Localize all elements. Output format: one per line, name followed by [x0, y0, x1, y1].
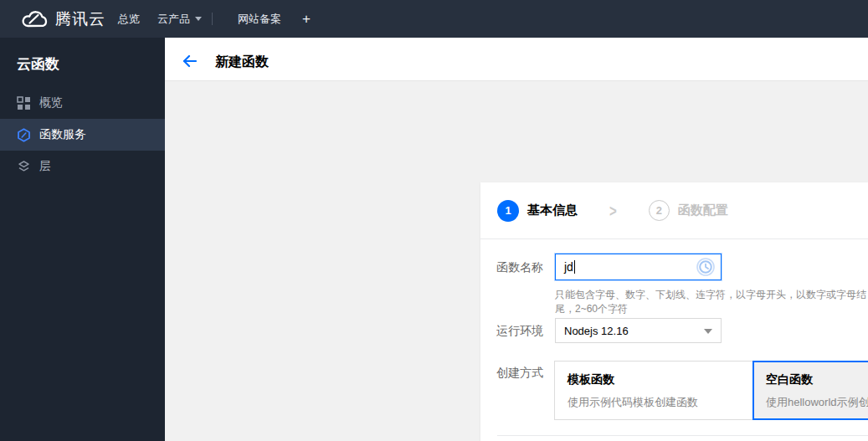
sidebar-menu: 概览 函数服务 层 — [0, 87, 165, 182]
text-cursor — [574, 260, 575, 274]
step-1-circle: 1 — [497, 200, 519, 222]
function-hexagon-icon — [17, 128, 31, 142]
cloud-logo-icon — [20, 9, 48, 29]
sidebar-item-function-service[interactable]: 函数服务 — [0, 119, 165, 151]
runtime-label: 运行环境 — [496, 318, 543, 343]
step-1-label: 基本信息 — [527, 203, 578, 218]
creation-method-options: 模板函数 使用示例代码模板创建函数 空白函数 使用helloworld示例创建空… — [554, 361, 868, 420]
sidebar-item-layers[interactable]: 层 — [0, 151, 165, 182]
function-name-hint: 只能包含字母、数字、下划线、连字符，以字母开头，以数字或字母结尾，2~60个字符 — [555, 288, 868, 316]
step-2-number: 2 — [656, 204, 662, 217]
brand-name: 腾讯云 — [55, 8, 105, 30]
creation-method-label: 创建方式 — [496, 366, 543, 381]
sidebar-item-label: 概览 — [39, 95, 63, 110]
sidebar-item-label: 层 — [39, 159, 51, 174]
form-divider — [497, 435, 868, 436]
option-blank-function[interactable]: 空白函数 使用helloworld示例创建空白函数 — [752, 361, 868, 420]
topnav-overview[interactable]: 总览 — [118, 0, 140, 38]
grid-overview-icon — [17, 96, 31, 110]
layers-icon — [17, 160, 31, 174]
topnav-add-tab-button[interactable]: + — [302, 0, 311, 38]
topbar: 腾讯云 总览 云产品 网站备案 + — [0, 0, 868, 38]
step-chevron-icon: > — [609, 201, 617, 219]
topnav-cloud-products-label: 云产品 — [157, 13, 190, 25]
content-area: 1 基本信息 > 2 函数配置 函数名称 jd 只能包含字母 — [165, 81, 868, 441]
sidebar: 云函数 概览 函数服务 — [0, 38, 165, 441]
option-description: 使用helloworld示例创建空白函数 — [766, 395, 868, 410]
create-function-card: 1 基本信息 > 2 函数配置 函数名称 jd 只能包含字母 — [480, 182, 868, 441]
option-title: 空白函数 — [766, 372, 868, 387]
wizard-steps: 1 基本信息 > 2 函数配置 — [480, 182, 868, 239]
topnav-cloud-products[interactable]: 云产品 — [157, 0, 202, 38]
tencent-cloud-logo[interactable]: 腾讯云 — [20, 8, 105, 30]
option-description: 使用示例代码模板创建函数 — [568, 395, 752, 410]
function-name-input[interactable]: jd — [555, 254, 722, 280]
sidebar-title: 云函数 — [17, 54, 59, 74]
chevron-down-icon — [195, 17, 202, 21]
option-title: 模板函数 — [568, 372, 752, 387]
step-1-number: 1 — [505, 204, 511, 217]
clock-history-icon[interactable] — [696, 258, 715, 276]
function-name-value: jd — [564, 260, 573, 274]
back-arrow-button[interactable] — [181, 54, 198, 69]
function-name-label: 函数名称 — [496, 254, 543, 280]
sidebar-item-overview[interactable]: 概览 — [0, 87, 165, 119]
runtime-selected-value: Nodejs 12.16 — [564, 325, 629, 337]
page-header — [165, 38, 868, 81]
chevron-down-icon — [704, 329, 712, 334]
option-template-function[interactable]: 模板函数 使用示例代码模板创建函数 — [554, 361, 753, 420]
topnav-website-beian[interactable]: 网站备案 — [238, 0, 281, 38]
topnav-divider — [212, 13, 213, 25]
sidebar-item-label: 函数服务 — [39, 127, 86, 142]
tencent-cloud-console: 腾讯云 总览 云产品 网站备案 + 云函数 概览 — [0, 0, 868, 441]
page-title: 新建函数 — [215, 54, 269, 71]
runtime-select[interactable]: Nodejs 12.16 — [555, 318, 722, 343]
step-2-label: 函数配置 — [678, 203, 728, 218]
step-2-circle: 2 — [649, 200, 670, 221]
